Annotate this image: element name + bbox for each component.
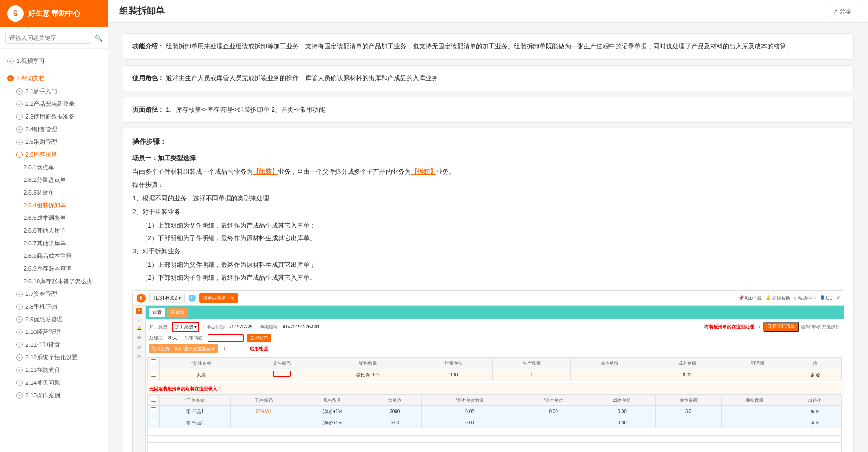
sidebar-item-sales[interactable]: + 2.4销售管理 xyxy=(0,123,108,136)
path-section: 页面路径： 1、库存核算->库存管理->组装拆卸单 2、首页->常用功能 xyxy=(123,97,854,123)
mock-handler-label: 处理方: xyxy=(149,334,164,342)
sidebar-item-mobile[interactable]: + 2.8手机旺铺 xyxy=(0,300,108,313)
sidebar-item-docs[interactable]: − 2.帮助文档 xyxy=(0,71,108,85)
step2-sub1: （1）上部明细为父件明细，最终作为产成品生成其它入库单； xyxy=(142,220,844,231)
mock-logo: 6 xyxy=(137,294,146,303)
sidebar-item-ledger[interactable]: 2.6.9库存账本查询 xyxy=(0,262,108,275)
mock-ltd-checkbox1 xyxy=(148,406,160,417)
plus-icon-sub: + xyxy=(16,316,23,323)
sidebar-item-coupon[interactable]: + 2.9优惠券管理 xyxy=(0,313,108,326)
mock-ltd-baseunit1: 0.00 xyxy=(518,406,589,417)
sidebar-item-ops[interactable]: + 2.10经营管理 xyxy=(0,326,108,338)
sidebar-item-payment[interactable]: + 2.13在线支付 xyxy=(0,364,108,376)
path-label: 页面路径： xyxy=(132,106,164,113)
mock-row-check[interactable] xyxy=(151,371,156,377)
mock-sidebar-icon1: ≡ xyxy=(136,308,142,314)
mock-th-prod-qty: 生产数量 xyxy=(493,357,571,369)
role-text: 使用角色： 通常由生产人员或库管人员完成拆装业务的操作，库管人员确认原材料的出库… xyxy=(132,73,844,84)
sidebar-item-print[interactable]: + 2.11打印设置 xyxy=(0,338,108,351)
plus-icon-sub: + xyxy=(16,329,23,335)
mock-doc-type-select[interactable]: 加工类型 ▾ xyxy=(172,322,199,332)
mock-lth-checkbox xyxy=(148,395,160,406)
sidebar-item-data-prep[interactable]: + 2.3使用前数据准备 xyxy=(0,110,108,123)
mock-td-sales-qty: 按比例+1个 xyxy=(321,369,415,381)
mock-screenshot: 6 TEST-H002 ▾ ↻ 按单据新建一次 📌 App下载 🔔 在线帮助 ⌂… xyxy=(133,291,844,452)
mock-icon-help: 🔔 在线帮助 xyxy=(765,294,790,302)
step3: 3、对于拆卸业务 xyxy=(132,246,844,257)
mock-select-bom-btn[interactable]: 选择装配清单 xyxy=(763,322,799,332)
sidebar-item-install[interactable]: + 2.2产品安装及登录 xyxy=(0,98,108,110)
mock-company: TEST-H002 ▾ xyxy=(149,293,185,303)
mock-select-all[interactable] xyxy=(151,359,156,365)
mock-parent-code-input[interactable] xyxy=(273,371,291,377)
table-row: 火柴 按比例+1个 100 1 0. xyxy=(148,369,842,381)
sidebar-item-inventory-check[interactable]: 2.6.1盘点单 xyxy=(0,161,108,174)
sidebar-item-video-label: 1.视频学习 xyxy=(16,57,45,65)
share-button[interactable]: ↗ 分享 xyxy=(827,5,857,18)
mock-tab-new[interactable]: 新建单 xyxy=(167,308,188,317)
search-icon[interactable]: 🔍 xyxy=(95,34,103,42)
mock-close-btn[interactable]: × xyxy=(836,293,840,304)
mock-supplier-input[interactable] xyxy=(208,334,244,342)
mock-new-doc-btn[interactable]: 按单据新建一次 xyxy=(199,293,238,303)
mock-lower-check1[interactable] xyxy=(151,407,156,413)
mock-ltd-spec2: (单价+1)× xyxy=(297,417,368,428)
sidebar-item-inventory[interactable]: − 2.6库存核算 xyxy=(0,148,108,161)
mock-copy-icon[interactable]: ⊕ xyxy=(810,372,815,378)
sidebar-item-cost-adj[interactable]: 2.6.5成本调整单 xyxy=(0,212,108,224)
mock-ltd-initqty2 xyxy=(722,417,788,428)
mock-sidebar-icon3: 🔔 xyxy=(137,325,142,332)
mock-ltd-baseqty1: 0.02 xyxy=(422,406,518,417)
mock-th-parent-name: *父件名称 xyxy=(160,357,243,369)
table-row xyxy=(148,428,842,436)
sidebar-item-transfer[interactable]: 2.6.3调拨单 xyxy=(0,186,108,199)
sidebar-item-assembly[interactable]: 2.6.4组装拆卸单 xyxy=(0,199,108,212)
disassembly-highlight: 【拆卸】 xyxy=(411,168,436,175)
search-box: 🔍 xyxy=(0,27,108,49)
page-title: 组装拆卸单 xyxy=(119,5,165,17)
mock-ltd-camt2 xyxy=(655,417,722,428)
sidebar-item-purchase[interactable]: + 2.5采购管理 xyxy=(0,136,108,148)
mock-lower-copy2[interactable]: ⊕ xyxy=(811,420,814,425)
content-area: 功能介绍： 组装拆卸单用来处理企业组装或拆卸等加工业务，支持有固定装配清单的产品… xyxy=(108,23,868,452)
mock-th-cost-price: 成本单价 xyxy=(571,357,648,369)
step3-sub2: （2）下部明细为子件明细，最终作为产成品生成其它入库单。 xyxy=(142,272,844,283)
sidebar-item-ledger-error[interactable]: 2.6.10库存账本错了怎么办 xyxy=(0,275,108,288)
mock-tab-zg[interactable]: 自贡 xyxy=(149,308,165,317)
sidebar-item-cost-recalc[interactable]: 2.6.8商品成本重算 xyxy=(0,250,108,262)
sidebar-item-new-user[interactable]: + 2.1新手入门 xyxy=(0,85,108,98)
table-row xyxy=(148,436,842,443)
mock-lower-copy1[interactable]: ⊕ xyxy=(811,409,814,414)
role-section: 使用角色： 通常由生产人员或库管人员完成拆装业务的操作，库管人员确认原材料的出库… xyxy=(123,65,854,91)
sidebar-item-other-out[interactable]: 2.6.7其他出库单 xyxy=(0,237,108,250)
mock-lower-del1[interactable]: ⊗ xyxy=(815,409,819,414)
sidebar-item-cases[interactable]: + 2.15操作案例 xyxy=(0,389,108,402)
mock-docno-label: 单据编号: xyxy=(260,323,279,331)
mock-td-parent-code xyxy=(243,369,321,381)
mock-annotation-row: 组装业务、拆卸业务在这里选择 ↑ 启用处理 xyxy=(149,344,840,353)
mock-date-value: 2019-12-26 xyxy=(229,323,252,331)
sidebar-item-faq[interactable]: + 2.14常见问题 xyxy=(0,376,108,389)
plus-icon-sub: + xyxy=(16,139,23,145)
mock-arrow-right: → xyxy=(756,322,761,331)
path-body: 1、库存核算->库存管理->组装拆卸单 2、首页->常用功能 xyxy=(166,106,325,113)
sidebar-item-video[interactable]: + 1.视频学习 xyxy=(0,54,108,68)
mock-body: ≡ ⚙ 🔔 ▣ 间 问 自贡 新建单 xyxy=(133,306,844,452)
mock-form-row1: 加工类型: 加工类型 ▾ 单据日期: 2019-12-26 单据编号: AD-2… xyxy=(149,322,840,332)
mock-del-icon[interactable]: ⊗ xyxy=(816,372,821,378)
mock-enable-btn[interactable]: 立即发布 xyxy=(247,334,271,342)
mock-lower-del2[interactable]: ⊗ xyxy=(815,420,819,425)
sidebar-item-customize[interactable]: + 2.12系统个性化设置 xyxy=(0,351,108,364)
plus-icon: + xyxy=(7,58,14,64)
sidebar-item-finance[interactable]: + 2.7资金管理 xyxy=(0,288,108,300)
mock-ltd-op1: ⊕ ⊗ xyxy=(788,406,842,417)
nav-section-docs: − 2.帮助文档 + 2.1新手入门 + 2.2产品安装及登录 + 2.3使用前… xyxy=(0,70,108,404)
mock-td-cost-price xyxy=(571,369,648,381)
mock-lower-check2[interactable] xyxy=(151,419,156,424)
sidebar-item-other-in[interactable]: 2.6.6其他入库单 xyxy=(0,224,108,237)
search-input[interactable] xyxy=(5,32,92,44)
step1: 1、根据不同的业务，选择不同单据的类型来处理 xyxy=(132,193,844,204)
mock-ltd-op2: ⊕ ⊗ xyxy=(788,417,842,428)
sidebar-item-partial-check[interactable]: 2.6.2分量盘点单 xyxy=(0,174,108,186)
mock-lower-select-all[interactable] xyxy=(151,396,156,402)
